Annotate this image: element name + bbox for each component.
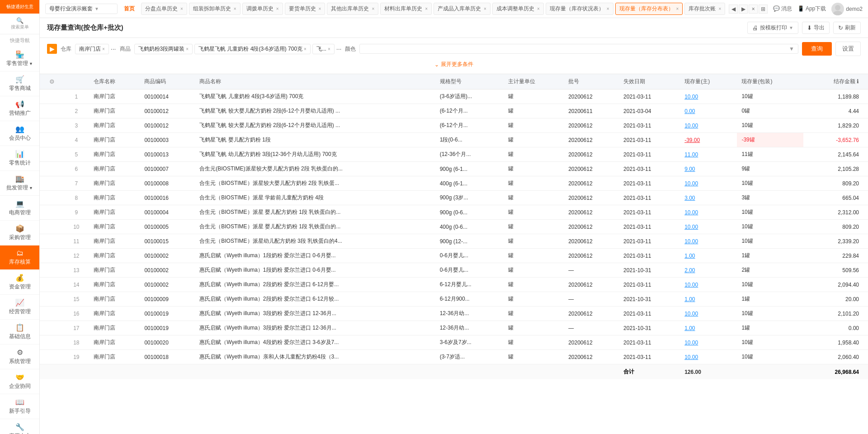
col-settings[interactable]: ⚙ [40, 74, 64, 90]
tab-transfer[interactable]: 调拨单历史 × [242, 3, 283, 15]
sidebar-item-retail-shop[interactable]: 🛒 零售商城 [0, 71, 39, 96]
tab-split-inventory[interactable]: 分盘点单历史 × [141, 3, 187, 15]
tab-close-icon[interactable]: × [319, 6, 321, 11]
home-tab[interactable]: 首页 [119, 3, 139, 14]
table-row: 3 南岸门店 00100012 飞鹤星飞帆 较大婴儿配方奶粉 2段(6-12个月… [40, 118, 868, 133]
export-btn[interactable]: ⬇ 导出 [802, 22, 830, 34]
sidebar-item-sys[interactable]: ⚙ 系统管理 [0, 344, 39, 369]
cell-qty-main[interactable]: 10.00 [680, 278, 737, 292]
cell-expire: 2021-03-11 [619, 176, 680, 191]
tab-close-icon[interactable]: × [676, 6, 679, 11]
tab-close-all-btn[interactable]: × [749, 5, 758, 14]
cell-qty-main[interactable]: 1.00 [680, 249, 737, 263]
cell-warehouse: 南岸门店 [89, 205, 140, 220]
filter-expand-btn[interactable]: ▶ [47, 44, 57, 54]
tab-batch-account[interactable]: 库存批次账 × [684, 3, 725, 15]
sidebar-item-member[interactable]: 👥 会员中心 [0, 121, 39, 146]
tab-close-icon[interactable]: × [484, 6, 486, 11]
goods-tag-1[interactable]: 飞鹤奶粉3段两罐装 × [134, 44, 193, 54]
cell-qty-main[interactable]: 10.00 [680, 335, 737, 350]
settings-button[interactable]: 设置 [835, 42, 861, 56]
tab-close-icon[interactable]: × [276, 6, 279, 11]
cell-balance: 809.20 [803, 220, 868, 234]
warehouse-tag[interactable]: 南岸门店 × [75, 44, 109, 54]
tab-close-icon[interactable]: × [537, 6, 540, 11]
goods-tag-1-remove[interactable]: × [186, 47, 189, 52]
tab-close-icon[interactable]: × [234, 6, 236, 11]
tab-close-icon[interactable]: × [425, 6, 428, 11]
cell-qty-main[interactable]: 0.00 [680, 104, 737, 118]
sidebar-item-inventory[interactable]: 🗂 库存核算 [0, 245, 39, 270]
cell-qty-main[interactable]: -39.00 [680, 133, 737, 147]
sidebar-item-guide[interactable]: 📖 新手引导 [0, 394, 39, 419]
tab-close-icon[interactable]: × [607, 6, 609, 11]
tab-next-btn[interactable]: ▶ [739, 5, 748, 14]
goods-tag-3[interactable]: 飞... × [312, 44, 335, 54]
tab-more-btn[interactable]: ⊞ [759, 5, 768, 14]
sidebar-item-app-center[interactable]: 🔧 应用中心 [0, 419, 39, 434]
cell-qty-main[interactable]: 1.00 [680, 292, 737, 307]
tab-cost-adjust[interactable]: 成本调整单历史 × [492, 3, 544, 15]
goods-tag-2-remove[interactable]: × [304, 47, 307, 52]
print-btn[interactable]: 🖨 按模板打印 ▼ [747, 22, 798, 34]
sidebar-item-purchase[interactable]: 📦 采购管理 [0, 221, 39, 245]
cell-qty-main[interactable]: 2.00 [680, 263, 737, 278]
message-btn[interactable]: 💬 消息 [773, 5, 792, 13]
expand-more-filters[interactable]: ⌄ 展开更多条件 [47, 59, 861, 70]
sidebar-search[interactable]: 🔍 搜索菜单 [0, 14, 39, 34]
cell-qty-main[interactable]: 10.00 [680, 307, 737, 321]
tab-other-out[interactable]: 其他出库单历史 × [327, 3, 378, 15]
sidebar-item-retail-stats[interactable]: 📊 零售统计 [0, 146, 39, 171]
search-button[interactable]: 查询 [802, 42, 832, 56]
cell-batch: 20200612 [564, 307, 619, 321]
cell-name: 飞鹤星飞帆 婴儿配方奶粉 1段 [195, 133, 435, 147]
tab-requisition[interactable]: 要货单历史 × [285, 3, 326, 15]
tab-prev-btn[interactable]: ◀ [729, 5, 738, 14]
tab-nav-buttons: ◀ ▶ × ⊞ [729, 5, 768, 14]
sidebar-item-enterprise[interactable]: 🤝 企业协同 [0, 369, 39, 394]
cell-qty-main[interactable]: 11.00 [680, 147, 737, 162]
tab-close-icon[interactable]: × [372, 6, 374, 11]
cell-batch: 20200611 [564, 104, 619, 118]
footer-balance-total: 26,968.64 [803, 364, 868, 380]
top-bar: 母婴行业演示账套 ▼ 首页 分盘点单历史 × 组装拆卸单历史 × 调拨单历史 ×… [40, 0, 868, 18]
user-info[interactable]: demo2 [831, 3, 863, 15]
cell-qty-main[interactable]: 10.00 [680, 118, 737, 133]
cell-qty-main[interactable]: 10.00 [680, 205, 737, 220]
warehouse-more-btn[interactable]: ··· [111, 45, 116, 52]
cell-warehouse: 南岸门店 [89, 133, 140, 147]
sidebar-item-ecommerce[interactable]: 💻 电商管理 [0, 196, 39, 221]
warehouse-tag-remove[interactable]: × [102, 47, 105, 52]
color-dropdown[interactable]: ▼ [359, 44, 798, 54]
goods-tag-2[interactable]: 飞鹤星飞帆 儿童奶粉 4段(3-6岁适用) 700克 × [194, 44, 311, 54]
tab-material-out[interactable]: 材料出库单历史 × [380, 3, 432, 15]
tab-inventory-status[interactable]: 现存量（库存状况表） × [546, 3, 613, 15]
goods-tag-3-remove[interactable]: × [328, 47, 330, 52]
sidebar-item-marketing[interactable]: 📢 营销推广 [0, 96, 39, 121]
cell-qty-main[interactable]: 10.00 [680, 350, 737, 364]
tab-inventory-dist[interactable]: 现存量（库存分布表） × [615, 3, 683, 15]
cell-qty-main[interactable]: 1.00 [680, 321, 737, 335]
sidebar-item-basic[interactable]: 📋 基础信息 [0, 320, 39, 344]
tab-assembly[interactable]: 组装拆卸单历史 × [189, 3, 241, 15]
cell-qty-main[interactable]: 10.00 [680, 234, 737, 249]
cell-qty-main[interactable]: 9.00 [680, 162, 737, 176]
cell-qty-main[interactable]: 10.00 [680, 176, 737, 191]
cell-qty-main[interactable]: 3.00 [680, 191, 737, 205]
goods-more-btn[interactable]: ··· [336, 45, 342, 52]
sidebar-item-wholesale[interactable]: 🏬 批发管理 ▼ [0, 171, 39, 196]
tab-close-icon[interactable]: × [180, 6, 183, 11]
account-dropdown[interactable]: 母婴行业演示账套 ▼ [45, 4, 118, 14]
cell-qty-main[interactable]: 10.00 [680, 220, 737, 234]
sidebar-item-finance[interactable]: 💰 资金管理 [0, 270, 39, 295]
refresh-btn[interactable]: ↻ 刷新 [833, 22, 861, 34]
col-settings-icon[interactable]: ⚙ [49, 78, 55, 85]
svg-point-1 [833, 11, 842, 15]
cell-expire: 2021-03-11 [619, 205, 680, 220]
app-download-btn[interactable]: 📱 App下载 [797, 5, 826, 13]
tab-close-icon[interactable]: × [718, 6, 721, 11]
sidebar-item-ops[interactable]: 📈 经营管理 [0, 295, 39, 320]
cell-qty-main[interactable]: 10.00 [680, 90, 737, 104]
sidebar-item-retail-mgmt[interactable]: 🏪 零售管理 ▼ [0, 47, 39, 71]
tab-finished-in[interactable]: 产成品入库单历史 × [434, 3, 491, 15]
